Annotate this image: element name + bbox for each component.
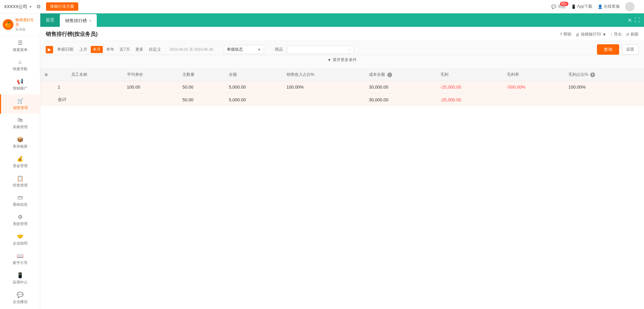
data-table: ⚙ 员工名称 平均单价 主数量: [40, 68, 644, 106]
top-bar: XXXXX公司 ▼ ⚙ 体验行业方案 💬 消息 99+ 📱 App下载 👤 在线…: [0, 0, 644, 13]
app-icon: 📱: [571, 4, 576, 9]
cell-sales-pct: 100.00%: [283, 81, 365, 93]
footer-avg-price: [123, 93, 179, 106]
status-filter[interactable]: 单据状态 ▼: [224, 45, 264, 54]
system-icon: ⚙: [18, 214, 23, 220]
print-dropdown-icon: ▼: [602, 32, 606, 37]
avatar[interactable]: [625, 2, 635, 11]
sidebar-item-search-orders[interactable]: ☰ 搜索菜单: [0, 36, 40, 56]
col-gross-pct: 毛利占比% ℹ: [564, 68, 644, 81]
goods-more-icon[interactable]: ···: [348, 47, 351, 52]
date-label: 单据日期: [57, 47, 73, 52]
settings-button[interactable]: 设置: [622, 44, 639, 55]
col-sales-pct: 销售收入占比%: [283, 68, 365, 81]
cell-employee: [67, 81, 123, 93]
sidebar-item-guide[interactable]: 📖 新手引导: [0, 249, 40, 269]
company-dropdown-icon: ▼: [29, 5, 32, 9]
col-rank: [54, 68, 67, 81]
sidebar-item-app-center[interactable]: 📱 应用中心: [0, 269, 40, 288]
date-tab-7days[interactable]: 近7天: [118, 46, 132, 53]
col-quantity: 主数量: [178, 68, 225, 81]
message-icon: 💬: [551, 4, 556, 9]
col-cost: 成本全额 i: [365, 68, 436, 81]
logo-sub: 标准版: [15, 27, 37, 32]
marketing-icon: 📢: [17, 78, 24, 85]
sidebar-item-quick-nav[interactable]: ⌂ 快捷导航: [0, 56, 40, 75]
query-actions: 查询 设置: [597, 44, 639, 55]
export-button[interactable]: ↑ 导出: [610, 32, 622, 37]
print-icon: 🖨: [575, 32, 579, 37]
date-tabs: 上月 本月 本年 近7天 更多 自定义: [77, 46, 163, 53]
cell-gross: -25,000.00: [436, 81, 503, 93]
company-selector[interactable]: XXXXX公司 ▼: [4, 4, 32, 10]
trial-button[interactable]: 体验行业方案: [46, 2, 78, 11]
refresh-button[interactable]: ↺ 刷新: [626, 32, 639, 37]
filter-row: ▶ 单据日期 上月 本月 本年 近7天 更多 自定义 2023-06-01 至 …: [46, 44, 639, 55]
sidebar-item-system[interactable]: ⚙ 系统管理: [0, 210, 40, 230]
sidebar-item-operation[interactable]: 📋 经营管理: [0, 172, 40, 191]
date-tab-this-year[interactable]: 本年: [104, 46, 116, 53]
page-header: 销售排行榜(按业务员) ? 帮助 🖨 按模板打印 ▼ ↑ 导出: [40, 27, 644, 41]
cell-rank: 1: [54, 81, 67, 93]
cost-info-icon[interactable]: i: [387, 72, 392, 77]
table-row: 1 100.00 50.00 5,000.00 100.00% 30,000.0…: [40, 81, 644, 93]
company-settings-icon[interactable]: ⚙: [36, 4, 41, 10]
cell-avg-price: 100.00: [123, 81, 179, 93]
cell-quantity: 50.00: [178, 81, 225, 93]
goods-input[interactable]: [290, 47, 346, 52]
sidebar-item-finance[interactable]: 💰 资金管理: [0, 152, 40, 172]
sidebar-item-wechat[interactable]: 💬 企业微信: [0, 288, 40, 308]
message-btn[interactable]: 💬 消息 99+: [551, 4, 566, 9]
table-footer-row: 合计 50.00 5,000.00 30,000.00 -25,000.00: [40, 93, 644, 106]
date-tab-last-month[interactable]: 上月: [77, 46, 89, 53]
app-download-btn[interactable]: 📱 App下载: [571, 4, 592, 9]
expand-conditions-btn[interactable]: ▼ 展开更多条件: [46, 55, 639, 65]
print-button[interactable]: 🖨 按模板打印 ▼: [575, 32, 606, 37]
status-placeholder: 单据状态: [227, 47, 243, 52]
online-service-btn[interactable]: 👤 在线客服: [598, 4, 620, 9]
basic-info-icon: 🗃: [17, 195, 23, 201]
logo-text: 畅康通好生意: [15, 17, 37, 27]
help-icon: ?: [560, 32, 562, 37]
footer-settings: [40, 93, 54, 106]
date-tab-custom[interactable]: 自定义: [147, 46, 163, 53]
tab-close-icon[interactable]: ×: [89, 18, 91, 23]
finance-icon: 💰: [17, 156, 24, 162]
sidebar-item-inventory[interactable]: 📦 库存核算: [0, 133, 40, 152]
footer-label: 合计: [54, 93, 123, 106]
help-button[interactable]: ? 帮助: [560, 32, 571, 37]
col-settings[interactable]: ⚙: [40, 68, 54, 81]
content-area: 首页 销售排行榜 × ✕ ⛶ 销售排行榜(按业务员) ? 帮助: [40, 13, 644, 309]
page-actions: ? 帮助 🖨 按模板打印 ▼ ↑ 导出 ↺ 刷新: [560, 32, 639, 37]
footer-amount: 5,000.00: [225, 93, 283, 106]
date-tab-more[interactable]: 更多: [133, 46, 145, 53]
query-button[interactable]: 查询: [597, 44, 619, 55]
goods-filter[interactable]: ···: [287, 46, 354, 54]
sidebar-item-basic-info[interactable]: 🗃 基础信息: [0, 191, 40, 210]
tab-expand-icon[interactable]: ⛶: [635, 17, 640, 23]
table-area: ⚙ 员工名称 平均单价 主数量: [40, 68, 644, 309]
sidebar-item-sales-mgmt[interactable]: 🛒 销售管理: [0, 94, 40, 114]
tab-home[interactable]: 首页: [40, 13, 60, 27]
date-range: 2023-06-01 至 2023-06-30: [170, 47, 213, 52]
refresh-icon: ↺: [626, 32, 629, 37]
service-icon: 👤: [598, 4, 603, 9]
page-content: 销售排行榜(按业务员) ? 帮助 🖨 按模板打印 ▼ ↑ 导出: [40, 27, 644, 309]
filter-collapse-btn[interactable]: ▶: [46, 46, 53, 53]
sidebar-item-member[interactable]: ✦ 畅会员: [0, 308, 40, 309]
tab-bar-right: ✕ ⛶: [628, 17, 644, 23]
cell-gross-rate: -500.00%: [503, 81, 564, 93]
date-tab-this-month[interactable]: 本月: [91, 46, 103, 53]
footer-gross-rate: [503, 93, 564, 106]
status-dropdown-icon: ▼: [257, 47, 261, 52]
tab-sales-ranking[interactable]: 销售排行榜 ×: [60, 14, 97, 28]
gross-pct-info-icon[interactable]: ℹ: [590, 72, 595, 77]
sales-icon: 🛒: [17, 98, 24, 104]
table-header-row: ⚙ 员工名称 平均单价 主数量: [40, 68, 644, 81]
sidebar-item-enterprise[interactable]: 🤝 企业协同: [0, 230, 40, 249]
tab-close-window-icon[interactable]: ✕: [628, 17, 632, 23]
message-badge: 99+: [560, 2, 568, 6]
sidebar-item-marketing[interactable]: 📢 营销推广: [0, 75, 40, 94]
sidebar-item-purchase-mgmt[interactable]: 🛍 采购管理: [0, 114, 40, 133]
page-title: 销售排行榜(按业务员): [46, 31, 98, 38]
